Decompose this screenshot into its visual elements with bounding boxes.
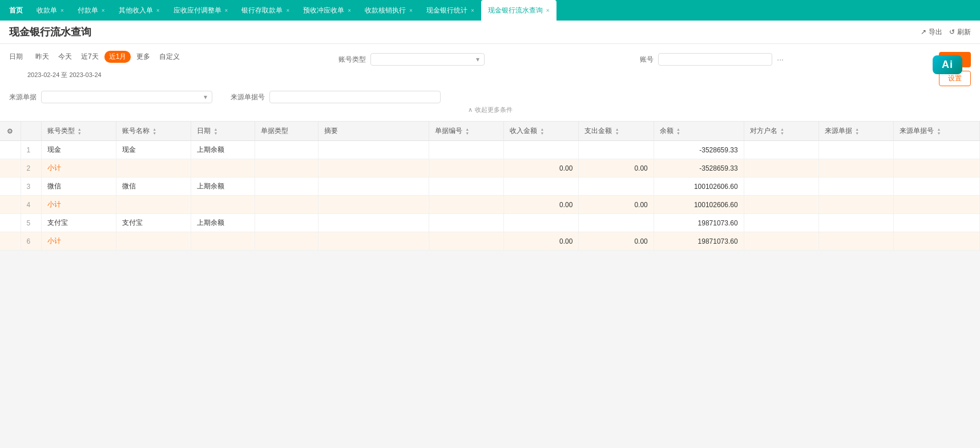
table-cell xyxy=(255,159,318,177)
table-cell xyxy=(894,141,980,159)
sort-icon-account-type: ▲▼ xyxy=(78,127,82,135)
table-cell xyxy=(318,232,429,251)
date-btn-1month[interactable]: 近1月 xyxy=(104,51,131,63)
source-doc-dropdown-icon: ▾ xyxy=(204,93,207,101)
table-cell xyxy=(318,177,429,196)
nav-tab-cash-bank-stat[interactable]: 现金银行统计 × xyxy=(420,0,481,21)
table-cell: 2 xyxy=(21,159,41,177)
th-income[interactable]: 收入金额 ▲▼ xyxy=(504,122,579,141)
th-counterparty[interactable]: 对方户名 ▲▼ xyxy=(744,122,818,141)
table-row[interactable]: 3微信微信上期余额100102606.60 xyxy=(0,177,980,196)
nav-tab-cash-bank-query-label: 现金银行流水查询 xyxy=(488,6,543,15)
sort-icon-income: ▲▼ xyxy=(540,127,544,135)
date-options: 昨天 今天 近7天 近1月 更多 自定义 xyxy=(32,51,183,63)
table-cell: 上期余额 xyxy=(191,141,255,159)
table-row[interactable]: 2小计0.000.00-3528659.33 xyxy=(0,159,980,177)
nav-tab-cash-bank-query[interactable]: 现金银行流水查询 × xyxy=(481,0,556,21)
sort-icon-expense: ▲▼ xyxy=(615,127,619,135)
source-doc-num-input[interactable] xyxy=(269,91,441,103)
table-cell xyxy=(255,141,318,159)
source-doc-select[interactable]: ▾ xyxy=(41,91,212,103)
nav-tab-receipts[interactable]: 收款单 × xyxy=(30,0,71,21)
table-cell: 小计 xyxy=(41,232,116,251)
account-type-label: 账号类型 xyxy=(338,55,366,64)
table-cell xyxy=(191,232,255,251)
date-btn-yesterday[interactable]: 昨天 xyxy=(32,51,53,63)
th-doc-no[interactable]: 单据编号 ▲▼ xyxy=(429,122,503,141)
table-cell xyxy=(429,214,503,232)
table-cell: 0.00 xyxy=(579,196,654,214)
table-cell: 5 xyxy=(21,214,41,232)
nav-tab-bank-deposit[interactable]: 银行存取款单 × xyxy=(235,0,296,21)
table-cell xyxy=(744,177,818,196)
table-cell: 微信 xyxy=(116,177,191,196)
th-gear[interactable]: ⚙ xyxy=(0,122,21,141)
table-row[interactable]: 1现金现金上期余额-3528659.33 xyxy=(0,141,980,159)
top-navigation: 首页 收款单 × 付款单 × 其他收入单 × 应收应付调整单 × 银行存取款单 … xyxy=(0,0,980,21)
nav-tab-receipts-close[interactable]: × xyxy=(61,7,64,14)
sort-icon-counterparty: ▲▼ xyxy=(780,127,784,135)
nav-tab-ar-ap-close[interactable]: × xyxy=(225,7,228,14)
refresh-button[interactable]: ↺ 刷新 xyxy=(949,27,971,37)
th-account-type[interactable]: 账号类型 ▲▼ xyxy=(41,122,116,141)
table-cell xyxy=(894,159,980,177)
nav-tab-bank-deposit-close[interactable]: × xyxy=(286,7,289,14)
th-account-name[interactable]: 账号名称 ▲▼ xyxy=(116,122,191,141)
table-cell xyxy=(579,177,654,196)
table-cell xyxy=(116,232,191,251)
nav-tab-ar-ap-adjust[interactable]: 应收应付调整单 × xyxy=(167,0,235,21)
th-summary: 摘要 xyxy=(318,122,429,141)
nav-tab-other-income[interactable]: 其他收入单 × xyxy=(112,0,167,21)
date-btn-more[interactable]: 更多 xyxy=(133,51,154,63)
sort-icon-account-name: ▲▼ xyxy=(152,127,156,135)
table-row[interactable]: 6小计0.000.0019871073.60 xyxy=(0,232,980,251)
account-label: 账号 xyxy=(640,55,654,64)
table-cell: 小计 xyxy=(41,159,116,177)
th-expense[interactable]: 支出金额 ▲▼ xyxy=(579,122,654,141)
collapse-label: 收起更多条件 xyxy=(475,106,513,114)
th-date[interactable]: 日期 ▲▼ xyxy=(191,122,255,141)
table-cell xyxy=(0,159,21,177)
th-balance[interactable]: 余额 ▲▼ xyxy=(654,122,744,141)
table-cell xyxy=(429,196,503,214)
account-type-select[interactable]: ▾ xyxy=(370,53,485,66)
table-cell xyxy=(818,141,893,159)
nav-tab-cash-bank-query-close[interactable]: × xyxy=(546,7,550,14)
nav-tab-home[interactable]: 首页 xyxy=(2,0,30,21)
th-index xyxy=(21,122,41,141)
source-doc-label: 来源单据 xyxy=(9,92,37,102)
table-cell xyxy=(818,232,893,251)
th-source-doc[interactable]: 来源单据 ▲▼ xyxy=(818,122,893,141)
collapse-bar[interactable]: ∧ 收起更多条件 xyxy=(9,103,971,114)
nav-tab-prepay-ar[interactable]: 预收冲应收单 × xyxy=(296,0,358,21)
date-btn-custom[interactable]: 自定义 xyxy=(156,51,183,63)
table-cell xyxy=(318,196,429,214)
table-cell: 19871073.60 xyxy=(654,214,744,232)
table-cell xyxy=(255,196,318,214)
table-cell xyxy=(579,141,654,159)
export-label: 导出 xyxy=(929,27,942,37)
nav-tab-receipt-verify-close[interactable]: × xyxy=(409,7,413,14)
table-cell: 0.00 xyxy=(504,232,579,251)
nav-tab-other-income-close[interactable]: × xyxy=(156,7,160,14)
export-button[interactable]: ↗ 导出 xyxy=(921,27,942,37)
table-row[interactable]: 5支付宝支付宝上期余额19871073.60 xyxy=(0,214,980,232)
nav-tab-home-label: 首页 xyxy=(9,6,23,15)
nav-tab-prepay-ar-close[interactable]: × xyxy=(348,7,351,14)
th-source-doc-no[interactable]: 来源单据号 ▲▼ xyxy=(894,122,980,141)
nav-tab-payments-close[interactable]: × xyxy=(102,7,105,14)
account-dots[interactable]: ··· xyxy=(777,55,784,64)
table-row[interactable]: 4小计0.000.00100102606.60 xyxy=(0,196,980,214)
date-btn-7days[interactable]: 近7天 xyxy=(78,51,102,63)
date-btn-today[interactable]: 今天 xyxy=(55,51,75,63)
ai-badge[interactable]: Ai xyxy=(933,55,962,74)
account-type-dropdown-icon: ▾ xyxy=(476,55,479,63)
table-cell xyxy=(429,159,503,177)
nav-tab-receipt-verify-label: 收款核销执行 xyxy=(365,6,406,15)
nav-tab-payments[interactable]: 付款单 × xyxy=(71,0,112,21)
table-cell xyxy=(318,159,429,177)
nav-tab-receipt-verify[interactable]: 收款核销执行 × xyxy=(358,0,420,21)
account-input[interactable] xyxy=(658,53,772,66)
nav-tab-cash-bank-stat-close[interactable]: × xyxy=(471,7,474,14)
table-cell xyxy=(116,159,191,177)
